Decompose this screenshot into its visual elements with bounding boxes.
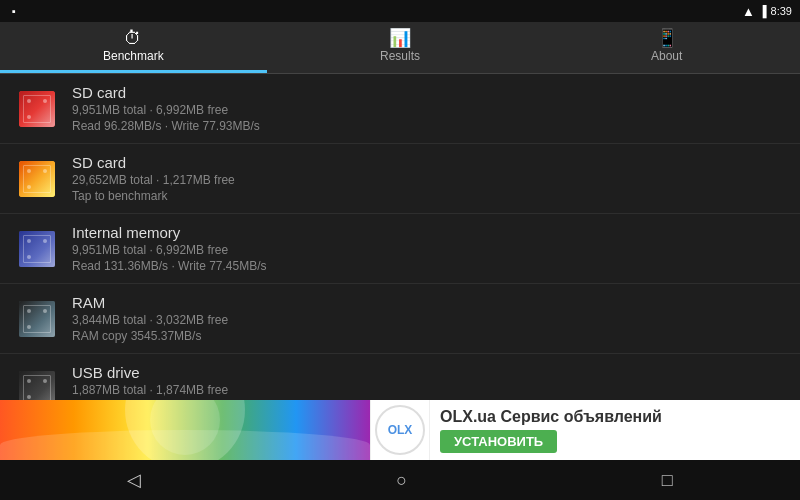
tab-results[interactable]: 📊 Results — [267, 22, 534, 73]
usb-drive-subtitle: 1,887MB total · 1,874MB free — [72, 383, 784, 397]
sd-card-1-subtitle: 9,951MB total · 6,992MB free — [72, 103, 784, 117]
sd-card-1-icon — [16, 88, 58, 130]
status-time: 8:39 — [771, 5, 792, 17]
battery-icon: ▐ — [759, 5, 767, 17]
sd-card-1-info: SD card 9,951MB total · 6,992MB free Rea… — [72, 84, 784, 133]
internal-memory-icon — [16, 228, 58, 270]
ram-title: RAM — [72, 294, 784, 311]
tab-about[interactable]: 📱 About — [533, 22, 800, 73]
ad-olx-logo: OLX — [370, 400, 430, 460]
status-bar-left: ▪ — [8, 5, 736, 17]
nav-tabs: ⏱ Benchmark 📊 Results 📱 About — [0, 22, 800, 74]
usb-drive-title: USB drive — [72, 364, 784, 381]
ram-icon — [16, 298, 58, 340]
status-icons: ▲ ▐ 8:39 — [742, 4, 792, 19]
sd-card-2-subtitle: 29,652MB total · 1,217MB free — [72, 173, 784, 187]
internal-memory-info: Internal memory 9,951MB total · 6,992MB … — [72, 224, 784, 273]
ad-text-area: OLX.ua Сервис объявлений УСТАНОВИТЬ — [430, 408, 800, 453]
ram-subtitle: 3,844MB total · 3,032MB free — [72, 313, 784, 327]
tab-about-label: About — [651, 49, 682, 63]
tab-benchmark-label: Benchmark — [103, 49, 164, 63]
list-item[interactable]: SD card 29,652MB total · 1,217MB free Ta… — [0, 144, 800, 214]
olx-logo-circle: OLX — [375, 405, 425, 455]
tab-results-label: Results — [380, 49, 420, 63]
list-item[interactable]: USB drive 1,887MB total · 1,874MB free T… — [0, 354, 800, 400]
sd-card-1-detail: Read 96.28MB/s · Write 77.93MB/s — [72, 119, 784, 133]
list-item[interactable]: Internal memory 9,951MB total · 6,992MB … — [0, 214, 800, 284]
home-button[interactable]: ○ — [366, 466, 437, 495]
list-item[interactable]: RAM 3,844MB total · 3,032MB free RAM cop… — [0, 284, 800, 354]
benchmark-icon: ⏱ — [124, 29, 142, 47]
ad-brand-name: OLX.ua Сервис объявлений — [440, 408, 790, 426]
internal-memory-detail: Read 131.36MB/s · Write 77.45MB/s — [72, 259, 784, 273]
internal-memory-title: Internal memory — [72, 224, 784, 241]
ad-install-button[interactable]: УСТАНОВИТЬ — [440, 430, 557, 453]
sd-card-2-detail: Tap to benchmark — [72, 189, 784, 203]
app-indicator: ▪ — [12, 5, 16, 17]
bottom-nav: ◁ ○ □ — [0, 460, 800, 500]
sd-card-2-icon — [16, 158, 58, 200]
status-bar: ▪ ▲ ▐ 8:39 — [0, 0, 800, 22]
ram-detail: RAM copy 3545.37MB/s — [72, 329, 784, 343]
tab-benchmark[interactable]: ⏱ Benchmark — [0, 22, 267, 73]
ad-banner[interactable]: OLX OLX.ua Сервис объявлений УСТАНОВИТЬ — [0, 400, 800, 460]
back-button[interactable]: ◁ — [97, 465, 171, 495]
olx-logo-text: OLX — [388, 423, 413, 437]
internal-memory-subtitle: 9,951MB total · 6,992MB free — [72, 243, 784, 257]
usb-drive-info: USB drive 1,887MB total · 1,874MB free T… — [72, 364, 784, 400]
recent-apps-button[interactable]: □ — [632, 466, 703, 495]
sd-card-2-title: SD card — [72, 154, 784, 171]
about-icon: 📱 — [656, 29, 678, 47]
results-icon: 📊 — [389, 29, 411, 47]
sd-card-1-title: SD card — [72, 84, 784, 101]
ram-info: RAM 3,844MB total · 3,032MB free RAM cop… — [72, 294, 784, 343]
list-item[interactable]: SD card 9,951MB total · 6,992MB free Rea… — [0, 74, 800, 144]
usb-drive-icon — [16, 368, 58, 401]
content-area: SD card 9,951MB total · 6,992MB free Rea… — [0, 74, 800, 400]
sd-card-2-info: SD card 29,652MB total · 1,217MB free Ta… — [72, 154, 784, 203]
wifi-icon: ▲ — [742, 4, 755, 19]
ad-colorful-bg — [0, 400, 370, 460]
